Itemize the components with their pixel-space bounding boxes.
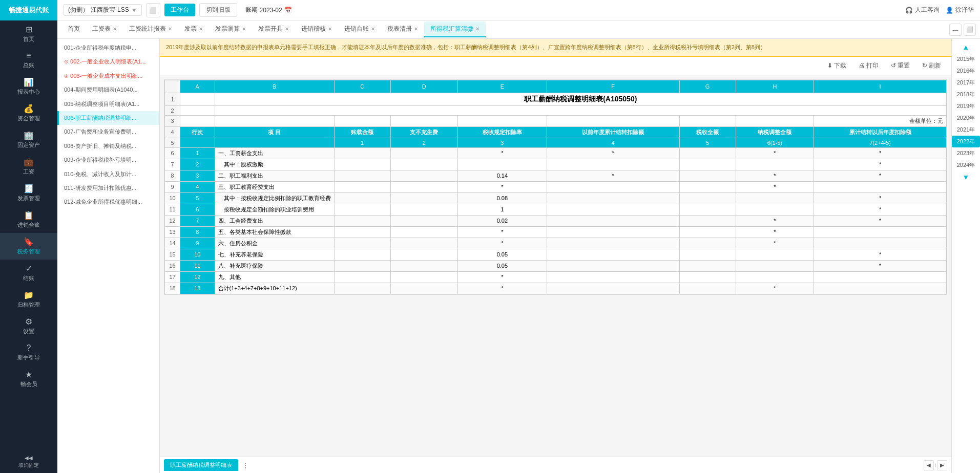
list-item-006[interactable]: 006-职工薪酬纳税调整明细... bbox=[57, 111, 159, 125]
year-item-2023[interactable]: 2023年 bbox=[952, 147, 980, 159]
year-down-btn[interactable]: ▼ bbox=[961, 171, 972, 183]
sidebar-item-general-ledger[interactable]: ≡ 总账 bbox=[0, 47, 57, 73]
tab-close-income-tax[interactable]: ✕ bbox=[475, 26, 479, 32]
sidebar-item-reports[interactable]: 📊 报表中心 bbox=[0, 73, 57, 100]
calendar-icon[interactable]: 📅 bbox=[284, 7, 292, 14]
tab-close-tax-clearance[interactable]: ✕ bbox=[414, 26, 418, 32]
sidebar-item-invoice-mgmt[interactable]: 🧾 发票管理 bbox=[0, 180, 57, 206]
col-header-E: E bbox=[457, 80, 547, 93]
tab-input-verify[interactable]: 进销稽核 ✕ bbox=[295, 22, 338, 37]
tab-income-tax[interactable]: 所得税汇算清缴 ✕ bbox=[424, 22, 486, 37]
year-item-2019[interactable]: 2019年 bbox=[952, 100, 980, 112]
warning-text: 2019年度涉及取以前年度结转数据的申报表单元格需要手工填报正确，才能填证本年及… bbox=[166, 44, 766, 50]
sidebar-item-settings[interactable]: ⚙ 设置 bbox=[0, 313, 57, 339]
table-area: A B C D E F G H I bbox=[160, 75, 951, 457]
col-header-I: I bbox=[814, 80, 947, 93]
sheet-tab[interactable]: 职工薪酬纳税调整明细表 bbox=[164, 459, 238, 471]
list-item-003[interactable]: ⊙ 003-一般企业成本支出明细... bbox=[57, 69, 159, 83]
year-item-2024[interactable]: 2024年 bbox=[952, 159, 980, 171]
tabbar: 首页 工资表 ✕ 工资统计报表 ✕ 发票 ✕ 发票测算 ✕ 发票开具 ✕ 进销稽… bbox=[57, 20, 980, 39]
table-row: 8 3 二、职工福利支出 0.14 * * * bbox=[165, 170, 947, 181]
tab-maximize-button[interactable]: ⬜ bbox=[964, 24, 976, 36]
sidebar-logo: 畅捷通易代账 bbox=[0, 0, 57, 20]
tab-close-payroll[interactable]: ✕ bbox=[113, 26, 117, 32]
table-row: 17 12 九、其他 * bbox=[165, 271, 947, 283]
switch-old-button[interactable]: 切到旧版 bbox=[199, 3, 237, 17]
tab-close-invoice[interactable]: ✕ bbox=[199, 26, 203, 32]
horizontal-scrollbar[interactable] bbox=[935, 463, 936, 467]
sidebar-item-archive[interactable]: 📁 归档管理 bbox=[0, 286, 57, 313]
list-item-007[interactable]: 007-广告费和业务宣传费明... bbox=[57, 125, 159, 139]
col-h-header: 纳税调整全额 bbox=[736, 126, 814, 138]
tab-close-payroll-stats[interactable]: ✕ bbox=[168, 26, 172, 32]
list-item-004[interactable]: 004-期间费用明细表(A1040... bbox=[57, 83, 159, 97]
list-item-012[interactable]: 012-减免企业所得税优惠明细... bbox=[57, 195, 159, 209]
sidebar-item-home[interactable]: ⊞ 首页 bbox=[0, 20, 57, 47]
fixed-assets-icon: 🏢 bbox=[24, 131, 34, 140]
tab-input-ledger[interactable]: 进销台账 ✕ bbox=[338, 22, 381, 37]
year-item-2018[interactable]: 2018年 bbox=[952, 89, 980, 100]
col-e-header: 税收规定扣除率 bbox=[457, 126, 547, 138]
tab-invoice-calc[interactable]: 发票测算 ✕ bbox=[209, 22, 252, 37]
tab-close-input-verify[interactable]: ✕ bbox=[328, 26, 332, 32]
asset-icon: 💰 bbox=[24, 104, 34, 114]
year-item-2022[interactable]: 2022年 bbox=[952, 136, 980, 147]
scroll-left-btn[interactable]: ◀ bbox=[924, 460, 934, 470]
col-header-D: D bbox=[390, 80, 457, 93]
year-item-2015[interactable]: 2015年 bbox=[952, 53, 980, 65]
table-row: 2 bbox=[165, 105, 947, 115]
tab-close-input-ledger[interactable]: ✕ bbox=[371, 26, 375, 32]
sidebar-item-tax-mgmt[interactable]: 🔖 税务管理 bbox=[0, 233, 57, 260]
company-selector[interactable]: (勿删） 江西股宝-LSS ▼ bbox=[64, 4, 142, 16]
year-item-2016[interactable]: 2016年 bbox=[952, 65, 980, 77]
company-dropdown-icon: ▼ bbox=[131, 7, 137, 14]
tab-tax-clearance[interactable]: 税表清册 ✕ bbox=[381, 22, 424, 37]
archive-icon: 📁 bbox=[24, 290, 34, 300]
list-item-011[interactable]: 011-研发费用加计扣除优惠... bbox=[57, 181, 159, 195]
copy-button[interactable]: ⬜ bbox=[146, 3, 160, 17]
sidebar-item-sales-ledger[interactable]: 📋 进销台账 bbox=[0, 206, 57, 233]
list-item-010[interactable]: 010-免税、减计收入及加计... bbox=[57, 167, 159, 181]
sidebar-item-payroll[interactable]: 💼 工资 bbox=[0, 153, 57, 180]
table-row: 6 1 一、工资薪金支出 * * * * bbox=[165, 147, 947, 159]
user-profile[interactable]: 👤 徐泽华 bbox=[946, 6, 974, 14]
download-button[interactable]: ⬇ 下载 bbox=[823, 60, 850, 72]
tab-payroll-stats[interactable]: 工资统计报表 ✕ bbox=[123, 22, 178, 37]
workbench-button[interactable]: 工作台 bbox=[164, 4, 195, 16]
list-item-005[interactable]: 005-纳税调整项目明细表(A1... bbox=[57, 97, 159, 111]
print-button[interactable]: 🖨 打印 bbox=[854, 60, 883, 72]
sidebar-item-cancel-fixed[interactable]: ◀◀ 取消固定 bbox=[0, 451, 57, 473]
scroll-right-btn[interactable]: ▶ bbox=[937, 460, 947, 470]
list-item-008[interactable]: 008-资产折旧、摊销及纳税... bbox=[57, 139, 159, 153]
tab-payroll-table[interactable]: 工资表 ✕ bbox=[86, 22, 123, 37]
tab-close-invoice-open[interactable]: ✕ bbox=[285, 26, 289, 32]
sidebar-item-membership[interactable]: ★ 畅会员 bbox=[0, 365, 57, 392]
tab-invoice[interactable]: 发票 ✕ bbox=[178, 22, 209, 37]
reset-button[interactable]: ↺ 重置 bbox=[887, 60, 914, 72]
year-item-2021[interactable]: 2021年 bbox=[952, 124, 980, 136]
refresh-icon: ↻ bbox=[922, 62, 927, 69]
sidebar-item-new-guide[interactable]: ? 新手引导 bbox=[0, 339, 57, 365]
tab-close-invoice-calc[interactable]: ✕ bbox=[242, 26, 246, 32]
year-item-2020[interactable]: 2020年 bbox=[952, 112, 980, 124]
list-item-002[interactable]: ⊙ 002-一般企业收入明细表(A1... bbox=[57, 55, 159, 69]
year-item-2017[interactable]: 2017年 bbox=[952, 77, 980, 89]
refresh-button[interactable]: ↻ 刷新 bbox=[918, 60, 945, 72]
table-row: 12 7 四、工会经费支出 0.02 * * bbox=[165, 215, 947, 226]
tab-actions: — ⬜ bbox=[949, 24, 976, 36]
bottom-bar: 职工薪酬纳税调整明细表 ⋮ ◀ ▶ bbox=[160, 457, 951, 473]
list-item-001[interactable]: 001-企业所得税年度纳税申... bbox=[57, 41, 159, 55]
tab-invoice-open[interactable]: 发票开具 ✕ bbox=[252, 22, 295, 37]
year-up-btn[interactable]: ▲ bbox=[961, 41, 972, 53]
spreadsheet: A B C D E F G H I bbox=[164, 79, 947, 295]
sidebar-item-fixed-assets[interactable]: 🏢 固定资产 bbox=[0, 126, 57, 153]
sidebar-item-asset-mgmt[interactable]: 💰 资金管理 bbox=[0, 100, 57, 126]
list-item-009[interactable]: 009-企业所得税税补亏填明... bbox=[57, 153, 159, 167]
tab-minimize-button[interactable]: — bbox=[949, 24, 962, 36]
tab-home[interactable]: 首页 bbox=[61, 22, 86, 37]
sidebar-item-closing[interactable]: ✓ 结账 bbox=[0, 260, 57, 286]
payroll-icon: 💼 bbox=[24, 157, 34, 167]
ledger-icon: ≡ bbox=[26, 51, 31, 60]
sheet-options-icon[interactable]: ⋮ bbox=[242, 462, 248, 469]
customer-service[interactable]: 🎧 人工客询 bbox=[905, 6, 940, 14]
